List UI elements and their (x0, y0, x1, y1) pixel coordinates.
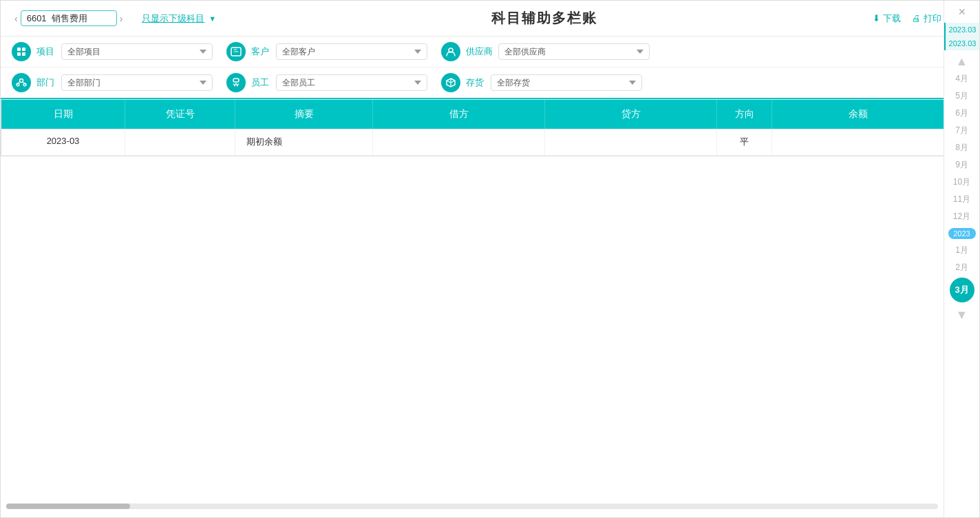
table-area: 日期 凭证号 摘要 借方 贷方 方向 余额 2023-03 期初余额 平 (1, 99, 945, 156)
svg-rect-9 (233, 79, 239, 82)
svg-rect-0 (17, 48, 21, 51)
col-credit: 贷方 (545, 100, 717, 129)
table-body: 2023-03 期初余额 平 (1, 129, 944, 156)
col-balance: 余额 (772, 100, 944, 129)
filter-project: 项目 全部项目 (12, 42, 213, 61)
col-voucher: 凭证号 (125, 100, 235, 129)
filter-employee: 员工 全部员工 (226, 73, 427, 92)
employee-label: 员工 (251, 76, 270, 89)
svg-rect-2 (17, 52, 21, 56)
supplier-icon (441, 42, 460, 61)
cell-debit (373, 129, 545, 155)
month-2[interactable]: 2月 (944, 259, 979, 276)
project-label: 项目 (36, 45, 56, 58)
download-button[interactable]: ⬇ 下载 (873, 12, 901, 25)
filter-row-2: 部门 全部部门 员工 全部员工 存货 全部存货 (1, 68, 979, 99)
col-date: 日期 (1, 100, 125, 129)
department-icon (12, 73, 31, 92)
chevron-down-icon: ▼ (209, 14, 216, 23)
month-5[interactable]: 5月 (944, 87, 979, 105)
filter-inventory: 存货 全部存货 (441, 73, 642, 92)
svg-point-6 (20, 79, 23, 83)
month-11[interactable]: 11月 (944, 191, 979, 208)
col-direction: 方向 (717, 100, 772, 129)
svg-rect-1 (22, 48, 25, 51)
print-button[interactable]: 🖨 打印 (912, 12, 941, 25)
next-account-button[interactable]: › (117, 12, 126, 25)
cell-voucher (125, 129, 235, 155)
project-icon (12, 42, 31, 61)
download-icon: ⬇ (873, 13, 880, 23)
horizontal-scrollbar[interactable] (6, 504, 938, 509)
account-code-area (21, 10, 117, 26)
month-6[interactable]: 6月 (944, 105, 979, 122)
page-title: 科目辅助多栏账 (216, 9, 873, 28)
right-panel: ✕ 2023.03 2023.03 ▲ 4月 5月 6月 7月 8月 9月 10… (944, 1, 979, 518)
month-8[interactable]: 8月 (944, 139, 979, 156)
month-9[interactable]: 9月 (944, 156, 979, 174)
supplier-select[interactable]: 全部供应商 (498, 43, 650, 60)
header: ‹ › 只显示下级科目 ▼ 科目辅助多栏账 ⬇ 下载 🖨 打印 ✕ (1, 1, 979, 37)
inventory-label: 存货 (466, 76, 485, 89)
svg-rect-3 (22, 52, 25, 56)
active-month-3[interactable]: 3月 (950, 278, 974, 302)
month-10[interactable]: 10月 (944, 174, 979, 191)
filter-customer: 客户 全部客户 (226, 42, 427, 61)
scroll-up-button[interactable]: ▲ (955, 53, 970, 70)
scroll-down-button[interactable]: ▼ (955, 307, 970, 324)
cell-direction: 平 (717, 129, 772, 155)
filter-dropdown[interactable]: 只显示下级科目 ▼ (142, 12, 216, 25)
col-debit: 借方 (373, 100, 545, 129)
cell-date: 2023-03 (1, 129, 125, 155)
table-row: 2023-03 期初余额 平 (1, 129, 944, 156)
department-select[interactable]: 全部部门 (61, 74, 213, 91)
main-window: ‹ › 只显示下级科目 ▼ 科目辅助多栏账 ⬇ 下载 🖨 打印 ✕ (0, 0, 980, 518)
cell-balance (772, 129, 944, 155)
month-7[interactable]: 7月 (944, 122, 979, 139)
filter-row-1: 项目 全部项目 客户 全部客户 供应商 全部供应商 (1, 37, 979, 68)
month-1[interactable]: 1月 (944, 242, 979, 259)
data-table: 日期 凭证号 摘要 借方 贷方 方向 余额 2023-03 期初余额 平 (1, 99, 945, 156)
right-panel-close-button[interactable]: ✕ (955, 1, 969, 23)
scrollbar-thumb[interactable] (6, 504, 130, 509)
supplier-label: 供应商 (466, 45, 493, 58)
department-label: 部门 (36, 76, 56, 89)
employee-icon (226, 73, 246, 92)
col-summary: 摘要 (235, 100, 373, 129)
cell-summary: 期初余额 (235, 129, 373, 155)
month-12[interactable]: 12月 (944, 208, 979, 225)
filter-dropdown-label: 只显示下级科目 (142, 12, 204, 25)
prev-account-button[interactable]: ‹ (12, 12, 21, 25)
filter-supplier: 供应商 全部供应商 (441, 42, 650, 61)
selected-period-2[interactable]: 2023.03 (944, 37, 979, 50)
customer-select[interactable]: 全部客户 (276, 43, 427, 60)
table-header: 日期 凭证号 摘要 借方 贷方 方向 余额 (1, 100, 944, 129)
customer-icon (226, 42, 246, 61)
print-icon: 🖨 (912, 13, 921, 23)
year-badge-2023[interactable]: 2023 (948, 228, 976, 239)
cell-credit (545, 129, 717, 155)
account-input[interactable] (21, 10, 117, 26)
month-4[interactable]: 4月 (944, 70, 979, 87)
inventory-icon (441, 73, 460, 92)
employee-select[interactable]: 全部员工 (276, 74, 427, 91)
project-select[interactable]: 全部项目 (61, 43, 213, 60)
selected-period-1[interactable]: 2023.03 (944, 23, 979, 37)
filter-department: 部门 全部部门 (12, 73, 213, 92)
download-label: 下载 (883, 12, 901, 25)
customer-label: 客户 (251, 45, 270, 58)
inventory-select[interactable]: 全部存货 (491, 74, 642, 91)
print-label: 打印 (924, 12, 941, 25)
